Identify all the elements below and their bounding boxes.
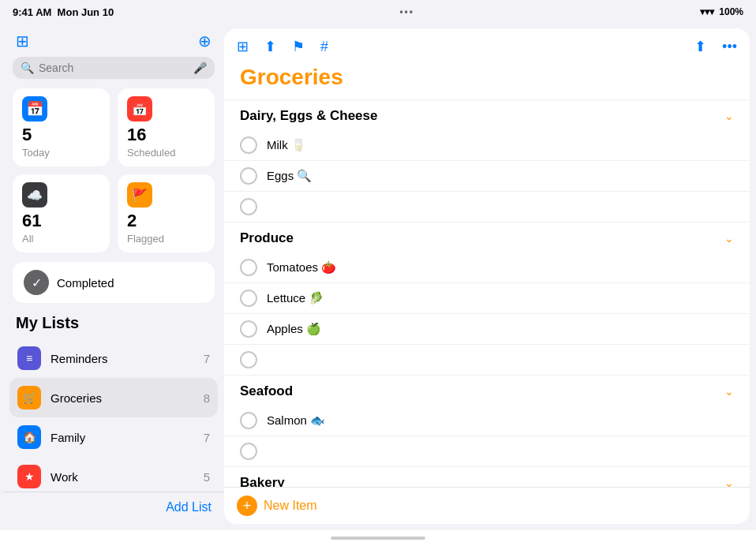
add-list-button[interactable]: Add List (16, 500, 211, 514)
list-item-work[interactable]: ★ Work 5 (9, 457, 218, 492)
list-item-reminders[interactable]: ≡ Reminders 7 (9, 338, 218, 378)
section-seafood-header[interactable]: Seafood ⌄ (224, 375, 750, 406)
work-icon: ★ (17, 465, 41, 488)
sidebar-footer: Add List (3, 492, 224, 527)
wifi-icon: ▾▾▾ (700, 6, 714, 17)
flagged-label: Flagged (127, 233, 205, 245)
produce-chevron-icon[interactable]: ⌄ (724, 232, 734, 245)
dairy-add-circle (240, 198, 257, 215)
sidebar-more-icon[interactable]: ⊕ (198, 32, 211, 50)
section-bakery-header[interactable]: Bakery ⌄ (224, 466, 750, 487)
list-item-name-groceries: Groceries (51, 391, 194, 405)
sidebar-toggle-icon[interactable]: ⊞ (16, 32, 29, 50)
family-icon: 🏠 (17, 425, 41, 449)
dairy-chevron-icon[interactable]: ⌄ (724, 110, 734, 122)
app-container: ⊞ ⊕ 🔍 🎤 📅 5 Today 📅 16 Scheduled (3, 25, 753, 527)
reminder-checkbox-eggs[interactable] (240, 167, 257, 185)
scheduled-count: 16 (127, 126, 205, 144)
list-item-groceries[interactable]: 🛒 Groceries 8 (9, 378, 218, 417)
produce-add-row (224, 345, 750, 375)
list-item: Milk 🥛 (224, 130, 750, 161)
list-body: Dairy, Eggs & Cheese ⌄ Milk 🥛 Eggs 🔍 Pro… (224, 99, 750, 487)
reminder-checkbox-tomatoes[interactable] (240, 259, 257, 276)
home-indicator (0, 530, 756, 546)
completed-label: Completed (57, 276, 114, 290)
microphone-icon[interactable]: 🎤 (193, 62, 207, 74)
scheduled-icon: 📅 (127, 96, 152, 122)
completed-card[interactable]: ✓ Completed (13, 262, 215, 303)
list-title: Groceries (224, 62, 750, 99)
reminder-checkbox-salmon[interactable] (240, 412, 257, 429)
seafood-add-circle (240, 443, 257, 460)
toolbar-right-icons: ⬆ ••• (694, 38, 737, 55)
section-dairy-header[interactable]: Dairy, Eggs & Cheese ⌄ (224, 99, 750, 130)
section-produce-title: Produce (240, 230, 294, 246)
my-lists-header: My Lists (3, 314, 224, 338)
smart-card-today[interactable]: 📅 5 Today (13, 88, 110, 166)
list-item-name-reminders: Reminders (51, 352, 194, 365)
list-item-count-reminders: 7 (204, 352, 210, 365)
search-icon: 🔍 (21, 62, 34, 74)
smart-lists: 📅 5 Today 📅 16 Scheduled ☁️ 61 All 🚩 2 F… (3, 88, 224, 262)
list-item: Salmon 🐟 (224, 406, 750, 436)
section-dairy-title: Dairy, Eggs & Cheese (240, 108, 377, 124)
flagged-icon: 🚩 (127, 182, 152, 208)
list-item-count-groceries: 8 (204, 391, 210, 405)
scheduled-label: Scheduled (127, 147, 205, 159)
flagged-count: 2 (127, 212, 205, 230)
list-item-family[interactable]: 🏠 Family 7 (9, 417, 218, 457)
reminder-text-milk: Milk 🥛 (267, 138, 734, 152)
seafood-chevron-icon[interactable]: ⌄ (724, 385, 734, 398)
all-label: All (22, 233, 100, 245)
main-content: ⊞ ⬆ ⚑ # ⬆ ••• Groceries Dairy, Eggs & Ch… (224, 28, 750, 524)
toolbar-share-icon[interactable]: ⬆ (694, 38, 706, 55)
list-item-name-family: Family (51, 431, 194, 444)
status-time: 9:41 AM Mon Jun 10 (13, 6, 114, 18)
seafood-add-row (224, 436, 750, 466)
toolbar-scan-icon[interactable]: ⊞ (237, 38, 249, 55)
section-produce-header[interactable]: Produce ⌄ (224, 222, 750, 252)
reminder-checkbox-milk[interactable] (240, 136, 257, 154)
section-seafood-title: Seafood (240, 383, 293, 399)
status-dots: ••• (399, 6, 414, 17)
reminder-checkbox-apples[interactable] (240, 320, 257, 338)
reminder-text-apples: Apples 🍏 (267, 322, 734, 336)
all-icon: ☁️ (22, 182, 47, 208)
list-item-count-work: 5 (204, 470, 210, 484)
reminder-text-tomatoes: Tomatoes 🍅 (267, 260, 734, 275)
reminders-icon: ≡ (17, 346, 41, 370)
smart-card-all[interactable]: ☁️ 61 All (13, 174, 110, 252)
bakery-chevron-icon[interactable]: ⌄ (724, 477, 734, 487)
dairy-add-row (224, 192, 750, 222)
search-bar[interactable]: 🔍 🎤 (13, 57, 215, 79)
new-item-label: New Item (264, 499, 317, 513)
toolbar-left-icons: ⊞ ⬆ ⚑ # (237, 38, 328, 55)
reminder-text-lettuce: Lettuce 🥬 (267, 291, 734, 305)
toolbar-tag-icon[interactable]: # (320, 39, 328, 55)
home-bar (331, 537, 425, 540)
list-item-name-work: Work (51, 470, 194, 484)
sidebar-header: ⊞ ⊕ (3, 25, 224, 57)
list-items: ≡ Reminders 7 🛒 Groceries 8 🏠 Family 7 ★… (3, 338, 224, 492)
toolbar-location-icon[interactable]: ⬆ (264, 38, 276, 55)
today-label: Today (22, 147, 100, 159)
list-item: Lettuce 🥬 (224, 283, 750, 314)
status-bar: 9:41 AM Mon Jun 10 ••• ▾▾▾ 100% (0, 0, 756, 22)
list-item: Tomatoes 🍅 (224, 252, 750, 283)
status-indicators: ▾▾▾ 100% (700, 6, 743, 17)
sidebar: ⊞ ⊕ 🔍 🎤 📅 5 Today 📅 16 Scheduled (3, 25, 224, 527)
today-count: 5 (22, 126, 100, 144)
completed-icon: ✓ (24, 270, 49, 295)
all-count: 61 (22, 212, 100, 230)
reminder-text-eggs: Eggs 🔍 (267, 169, 734, 183)
search-input[interactable] (39, 62, 189, 74)
new-item-footer: + New Item (224, 487, 750, 524)
reminder-checkbox-lettuce[interactable] (240, 290, 257, 307)
toolbar-more-icon[interactable]: ••• (722, 39, 737, 55)
new-item-button[interactable]: + New Item (237, 496, 317, 516)
smart-card-flagged[interactable]: 🚩 2 Flagged (118, 174, 215, 252)
smart-card-scheduled[interactable]: 📅 16 Scheduled (118, 88, 215, 166)
toolbar-flag-icon[interactable]: ⚑ (292, 38, 305, 55)
list-item: Apples 🍏 (224, 314, 750, 345)
today-icon: 📅 (22, 96, 47, 122)
